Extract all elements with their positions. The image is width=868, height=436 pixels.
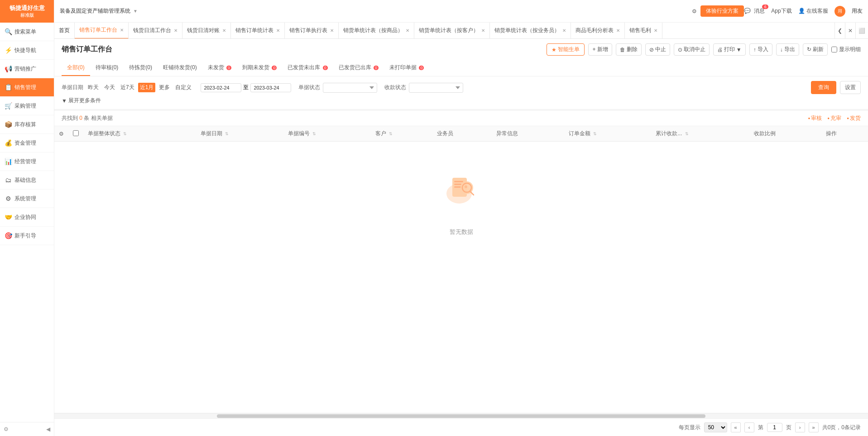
sidebar-item-search[interactable]: 🔍 搜索菜单 xyxy=(0,23,54,41)
ship-btn[interactable]: 发货 xyxy=(847,114,861,122)
sort-collected-icon[interactable]: ⇅ xyxy=(685,132,689,136)
per-page-select[interactable]: 10 20 50 100 xyxy=(704,422,727,432)
cancel-suspend-btn[interactable]: ⊙ 取消中止 xyxy=(674,43,710,56)
export-btn[interactable]: ↓ 导出 xyxy=(776,43,799,56)
suspend-btn[interactable]: ⊘ 中止 xyxy=(645,43,670,56)
date-from-input[interactable] xyxy=(201,83,241,92)
cancel-review-btn[interactable]: 充审 xyxy=(827,114,841,122)
sidebar-settings-icon[interactable]: ⚙ xyxy=(4,426,9,432)
sort-status-icon[interactable]: ⇅ xyxy=(123,132,127,136)
sidebar-item-marketing[interactable]: 📢 营销推广 xyxy=(0,60,54,78)
tab-sales-monthly-product-close-icon[interactable]: ✕ xyxy=(406,28,409,33)
filter-tab-not-printed[interactable]: 未打印单据 0 xyxy=(384,60,429,76)
show-detail-input[interactable] xyxy=(831,47,837,52)
filter-tab-pending-review[interactable]: 待审核(0) xyxy=(90,60,124,76)
next-page-btn[interactable]: › xyxy=(795,422,805,432)
user-name: 用友 xyxy=(852,7,863,15)
total-label: 共0页，0条记录 xyxy=(822,424,861,431)
tab-sales-monthly-staff-close-icon[interactable]: ✕ xyxy=(562,28,566,33)
sidebar-item-guide[interactable]: 🎯 新手引导 xyxy=(0,227,54,245)
sidebar-item-basic-info[interactable]: 🗂 基础信息 xyxy=(0,171,54,190)
filter-tab-not-shipped[interactable]: 未发货 0 xyxy=(202,60,237,76)
refresh-btn[interactable]: ↻ 刷新 xyxy=(803,43,828,56)
set-btn[interactable]: 设置 xyxy=(840,81,861,94)
date-option-custom[interactable]: 自定义 xyxy=(173,83,193,92)
app-download-btn[interactable]: App下载 xyxy=(771,7,791,15)
sort-no-icon[interactable]: ⇅ xyxy=(312,132,316,136)
col-settings[interactable]: ⚙ xyxy=(54,126,68,142)
filter-tab-wangpu[interactable]: 旺铺待发货(0) xyxy=(158,60,202,76)
tab-sales-monthly-staff[interactable]: 销货单统计表（按业务员） ✕ xyxy=(490,23,571,39)
industry-btn[interactable]: 体验行业方案 xyxy=(700,5,744,17)
sort-customer-icon[interactable]: ⇅ xyxy=(389,132,393,136)
tab-nav-prev-icon[interactable]: ❮ xyxy=(834,23,845,39)
select-all-checkbox[interactable] xyxy=(73,130,79,136)
sort-amount-icon[interactable]: ⇅ xyxy=(593,132,597,136)
sidebar-item-inventory[interactable]: 📦 库存核算 xyxy=(0,115,54,134)
tab-cash-reconcile[interactable]: 钱货日清对账 ✕ xyxy=(182,23,231,39)
tab-maximize-icon[interactable]: ⬜ xyxy=(855,23,868,39)
filter-tab-all[interactable]: 全部(0) xyxy=(62,60,90,76)
show-detail-checkbox[interactable]: 显示明细 xyxy=(831,46,861,53)
date-to-input[interactable] xyxy=(250,83,291,92)
scrollbar-thumb[interactable] xyxy=(217,414,705,418)
tab-close-all-icon[interactable]: ✕ xyxy=(845,23,855,39)
filter-tab-shipped-not-out[interactable]: 已发货未出库 0 xyxy=(282,60,333,76)
import-btn[interactable]: ↑ 导入 xyxy=(749,43,772,56)
print-btn[interactable]: 🖨 打印 ▼ xyxy=(713,43,746,56)
sidebar-item-purchase[interactable]: 🛒 采购管理 xyxy=(0,97,54,115)
tab-sales-stat-close-icon[interactable]: ✕ xyxy=(276,28,280,33)
sidebar-collapse-icon[interactable]: ◀ xyxy=(46,426,50,432)
tab-cash-daily[interactable]: 钱货日清工作台 ✕ xyxy=(129,23,182,39)
filter-shipped-out-badge: 0 xyxy=(374,66,379,70)
page-input[interactable] xyxy=(767,423,782,432)
sidebar-item-label-sales: 销售管理 xyxy=(14,84,36,91)
first-page-btn[interactable]: « xyxy=(731,422,741,432)
col-date: 单据日期 ⇅ xyxy=(196,126,283,142)
review-btn[interactable]: 审核 xyxy=(808,114,822,122)
tab-sales-workbench[interactable]: 销售订单工作台 ✕ xyxy=(75,23,129,39)
filter-tab-overdue[interactable]: 到期未发货 0 xyxy=(237,60,282,76)
prev-page-btn[interactable]: ‹ xyxy=(744,422,754,432)
date-option-7days[interactable]: 近7天 xyxy=(119,83,136,92)
sidebar-item-quick-nav[interactable]: ⚡ 快捷导航 xyxy=(0,41,54,60)
online-service-btn[interactable]: 👤 在线客服 xyxy=(798,7,828,15)
sidebar-item-finance[interactable]: 💰 资金管理 xyxy=(0,134,54,152)
expand-btn[interactable]: ▼ 展开更多条件 xyxy=(62,97,101,104)
sidebar-item-sales[interactable]: 📋 销售管理 xyxy=(0,78,54,97)
tab-sales-monthly-product[interactable]: 销货单统计表（按商品） ✕ xyxy=(339,23,414,39)
tab-sales-more[interactable]: 销售毛利 ✕ xyxy=(625,23,662,39)
date-option-yesterday[interactable]: 昨天 xyxy=(86,83,101,92)
message-btn[interactable]: 💬 6 消息 xyxy=(744,7,765,15)
tab-gross-profit[interactable]: 商品毛利分析表 ✕ xyxy=(571,23,625,39)
tab-gross-profit-close-icon[interactable]: ✕ xyxy=(616,28,620,33)
sidebar-item-operation[interactable]: 📊 经营管理 xyxy=(0,152,54,171)
tab-cash-reconcile-close-icon[interactable]: ✕ xyxy=(222,28,226,33)
sidebar-item-enterprise[interactable]: 🤝 企业协同 xyxy=(0,208,54,227)
smart-create-btn[interactable]: ★ 智能生单 xyxy=(547,43,585,56)
date-option-more[interactable]: 更多 xyxy=(157,83,172,92)
tab-sales-monthly-customer[interactable]: 销货单统计表（按客户） ✕ xyxy=(414,23,490,39)
tab-sales-more-close-icon[interactable]: ✕ xyxy=(654,28,657,33)
tab-close-icon[interactable]: ✕ xyxy=(120,28,124,33)
add-btn[interactable]: + 新增 xyxy=(588,43,612,56)
filter-tab-pending-inspect[interactable]: 待拣货(0) xyxy=(124,60,158,76)
tab-sales-stat[interactable]: 销售订单统计表 ✕ xyxy=(231,23,285,39)
tab-cash-daily-close-icon[interactable]: ✕ xyxy=(174,28,177,33)
filter-tab-shipped-out[interactable]: 已发货已出库 0 xyxy=(333,60,384,76)
tab-sales-exec-close-icon[interactable]: ✕ xyxy=(330,28,334,33)
date-option-today[interactable]: 今天 xyxy=(102,83,117,92)
topbar-gear-icon[interactable]: ⚙ xyxy=(692,8,697,14)
tab-sales-exec[interactable]: 销售订单执行表 ✕ xyxy=(285,23,339,39)
tab-home[interactable]: 首页 xyxy=(54,23,75,39)
payment-select[interactable] xyxy=(409,83,463,93)
horizontal-scrollbar[interactable] xyxy=(54,413,868,418)
sort-date-icon[interactable]: ⇅ xyxy=(225,132,229,136)
query-btn[interactable]: 查询 xyxy=(811,81,836,94)
last-page-btn[interactable]: » xyxy=(809,422,819,432)
status-select[interactable] xyxy=(323,83,377,93)
delete-btn[interactable]: 🗑 删除 xyxy=(616,43,642,56)
date-option-1month[interactable]: 近1月 xyxy=(138,83,156,92)
sidebar-item-system[interactable]: ⚙ 系统管理 xyxy=(0,190,54,208)
tab-sales-monthly-customer-close-icon[interactable]: ✕ xyxy=(481,28,485,33)
